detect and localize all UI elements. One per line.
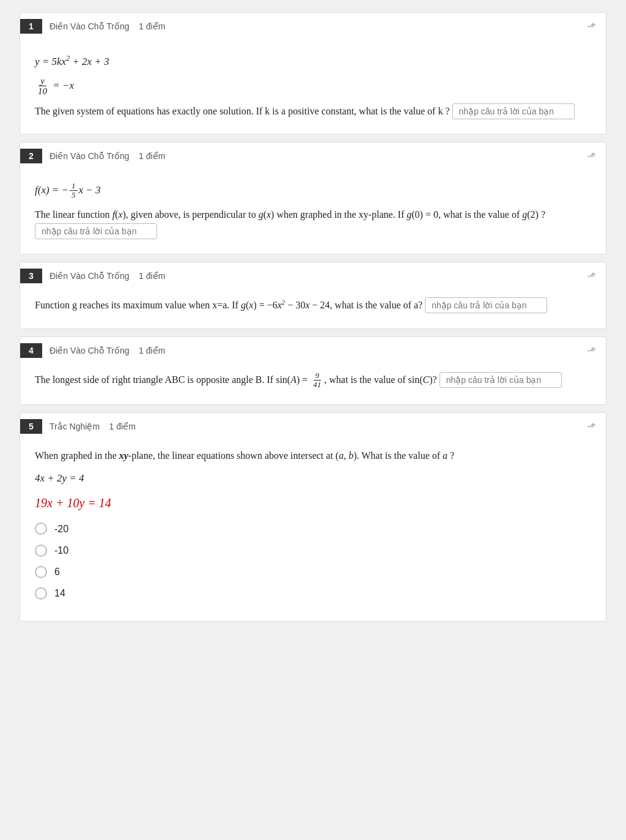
question-1-header: 1 Điền Vào Chỗ Trống 1 điểm ⬏ [20, 13, 606, 40]
radio-2[interactable] [35, 545, 47, 557]
radio-4[interactable] [35, 587, 47, 600]
question-4-input[interactable] [440, 372, 562, 388]
question-1: 1 Điền Vào Chỗ Trống 1 điểm ⬏ y = 5kx2 +… [20, 12, 606, 135]
question-3-header: 3 Điền Vào Chỗ Trống 1 điểm ⬏ [20, 262, 606, 289]
question-2-body: f(x) = −15x − 3 The linear function f(x)… [20, 169, 606, 239]
question-2-header: 2 Điền Vào Chỗ Trống 1 điểm ⬏ [20, 143, 606, 169]
question-5-body: When graphed in the xy-plane, the linear… [20, 440, 606, 602]
option-1-label: -20 [54, 521, 68, 537]
question-2-number: 2 [20, 149, 42, 163]
pin-icon-4[interactable]: ⬏ [587, 344, 596, 357]
question-2-eq1: f(x) = −15x − 3 [35, 182, 591, 200]
question-4: 4 Điền Vào Chỗ Trống 1 điểm ⬏ The longes… [20, 336, 606, 405]
option-3[interactable]: 6 [35, 563, 591, 580]
question-4-number: 4 [20, 343, 42, 358]
question-5-number: 5 [20, 419, 42, 434]
question-4-type: Điền Vào Chỗ Trống 1 điểm [50, 346, 575, 355]
option-2[interactable]: -10 [35, 542, 591, 559]
question-1-number: 1 [20, 19, 42, 34]
question-4-header: 4 Điền Vào Chỗ Trống 1 điểm ⬏ [20, 337, 606, 364]
option-4-label: 14 [54, 585, 65, 601]
pin-icon-3[interactable]: ⬏ [587, 269, 596, 283]
radio-3[interactable] [35, 566, 47, 578]
question-5: 5 Trắc Nghiệm 1 điểm ⬏ When graphed in t… [20, 412, 606, 622]
question-1-eq1: y = 5kx2 + 2x + 3 [35, 52, 591, 71]
option-2-label: -10 [54, 542, 68, 559]
radio-1[interactable] [35, 522, 47, 535]
question-3-type: Điền Vào Chỗ Trống 1 điểm [50, 271, 575, 281]
question-1-text: The given system of equations has exactl… [35, 103, 591, 119]
pin-icon-1[interactable]: ⬏ [587, 20, 596, 33]
question-3-number: 3 [20, 269, 42, 283]
question-5-text: When graphed in the xy-plane, the linear… [35, 447, 591, 464]
question-1-body: y = 5kx2 + 2x + 3 y10 = −x The given sys… [20, 40, 606, 119]
question-5-type: Trắc Nghiệm 1 điểm [50, 422, 575, 431]
question-1-eq2: y10 = −x [35, 76, 591, 97]
question-5-eq1: 4x + 2y = 4 [35, 470, 591, 488]
question-3-input[interactable] [425, 297, 547, 313]
question-1-input[interactable] [452, 103, 575, 119]
option-4[interactable]: 14 [35, 585, 591, 601]
pin-icon-2[interactable]: ⬏ [587, 149, 596, 163]
question-2-type: Điền Vào Chỗ Trống 1 điểm [50, 151, 575, 161]
question-2-formula: f(x) = −15x − 3 [35, 182, 591, 200]
pin-icon-5[interactable]: ⬏ [587, 420, 596, 433]
question-5-options: -20 -10 6 14 [35, 521, 591, 602]
question-2-text: The linear function f(x), given above, i… [35, 206, 591, 239]
question-5-formulas: 4x + 2y = 4 19x + 10y = 14 [35, 470, 591, 513]
option-3-label: 6 [54, 563, 60, 580]
question-2-input[interactable] [35, 223, 157, 239]
question-1-type: Điền Vào Chỗ Trống 1 điểm [50, 21, 575, 31]
question-5-header: 5 Trắc Nghiệm 1 điểm ⬏ [20, 413, 606, 440]
question-3-body: Function g reaches its maximum value whe… [20, 289, 606, 314]
question-4-text: The longest side of right triangle ABC i… [35, 371, 591, 390]
question-4-body: The longest side of right triangle ABC i… [20, 364, 606, 390]
question-3: 3 Điền Vào Chỗ Trống 1 điểm ⬏ Function g… [20, 262, 606, 329]
question-2: 2 Điền Vào Chỗ Trống 1 điểm ⬏ f(x) = −15… [20, 142, 606, 255]
question-3-text: Function g reaches its maximum value whe… [35, 297, 591, 314]
question-5-eq2: 19x + 10y = 14 [35, 492, 591, 513]
question-1-formula: y = 5kx2 + 2x + 3 y10 = −x [35, 52, 591, 97]
option-1[interactable]: -20 [35, 521, 591, 537]
